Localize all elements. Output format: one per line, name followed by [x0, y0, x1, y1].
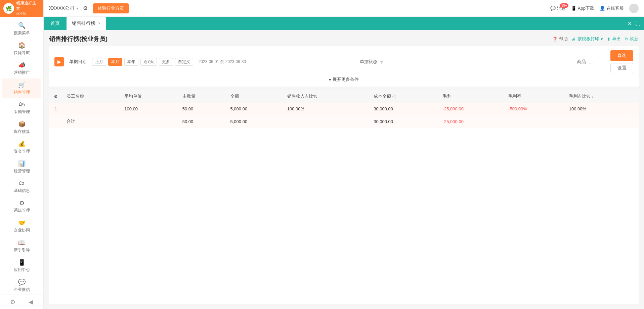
filter-row-2: ▾ 展开更多条件	[54, 76, 633, 83]
settings-footer-icon[interactable]: ⚙	[10, 298, 15, 306]
message-btn[interactable]: 💬 消息 99+	[550, 5, 566, 11]
tab-expand-icon[interactable]: ⛶	[635, 20, 641, 27]
cell-amount: 5,000.00	[226, 103, 283, 115]
date-btn-last-month[interactable]: 上月	[92, 58, 106, 66]
sidebar-item-label: 营销推广	[14, 70, 30, 75]
refresh-btn[interactable]: ↻ 刷新	[625, 36, 639, 42]
company-settings-icon[interactable]: ⚙	[83, 5, 88, 11]
footer-amount: 5,000.00	[226, 115, 283, 128]
page-title: 销售排行榜(按业务员)	[49, 35, 108, 43]
system-icon: ⚙	[19, 199, 25, 207]
footer-profit-rate	[504, 115, 565, 128]
tab-close-icon[interactable]: ×	[98, 21, 100, 26]
help-btn[interactable]: ❓ 帮助	[552, 36, 568, 42]
collapse-icon[interactable]: ◀	[29, 298, 33, 306]
expand-label: 展开更多条件	[333, 76, 359, 83]
sidebar-item-label: 经营管理	[14, 168, 30, 174]
col-amount: 全额	[226, 90, 283, 103]
logo-icon: 🌿	[3, 3, 14, 14]
online-service-btn[interactable]: 👤 在线客服	[600, 5, 624, 11]
sidebar-item-finance[interactable]: 💰 资金管理	[2, 138, 41, 157]
print-label: 按模板打印	[577, 36, 599, 42]
date-btn-this-year[interactable]: 本年	[124, 58, 138, 66]
col-settings[interactable]: ⚙	[49, 90, 62, 103]
set-button[interactable]: 设置	[610, 63, 633, 73]
sidebar-item-label: 资金管理	[14, 149, 30, 154]
col-qty: 主数量	[178, 90, 226, 103]
goods-filter-label: 商品	[577, 59, 586, 65]
table-footer-row: 合计 50.00 5,000.00 30,000.00 -25,000.00	[49, 115, 639, 128]
date-btn-group: 上月 本月 本年 近7天 更多 自定义	[92, 58, 193, 66]
filter-toggle-icon[interactable]: ▶	[54, 57, 64, 66]
app-download-btn[interactable]: 📱 App下载	[571, 5, 594, 11]
date-range-display: 2023-06-01 至 2023-06-30	[199, 59, 246, 65]
company-selector[interactable]: XXXXX公司 ▾	[49, 5, 78, 11]
tab-home[interactable]: 首页	[44, 17, 67, 30]
main-area: XXXXX公司 ▾ ⚙ 体验行业方案 💬 消息 99+ 📱 App下载 👤 在线…	[44, 0, 644, 309]
col-cost: 成本全额 ⓘ	[370, 90, 439, 103]
basic-icon: 🗂	[19, 180, 25, 187]
footer-cost: 30,000.00	[370, 115, 439, 128]
sidebar-item-system[interactable]: ⚙ 系统管理	[2, 197, 41, 216]
filter-row-1: ▶ 单据日期 上月 本月 本年 近7天 更多 自定义 2023-06-01 至 …	[54, 50, 633, 73]
status-filter: 单据状态 ▾	[360, 58, 463, 66]
sidebar-item-sales[interactable]: 🛒 销售管理	[2, 79, 41, 98]
status-select[interactable]: ▾	[380, 58, 383, 66]
col-profit-pct: 毛利占比% ↕	[565, 90, 639, 103]
service-label: 在线客服	[606, 5, 624, 11]
goods-more-icon[interactable]: ...	[589, 59, 593, 65]
sales-icon: 🛒	[18, 81, 26, 89]
sidebar-item-quick[interactable]: 🏠 快捷导航	[2, 39, 41, 58]
cell-cost: 30,000.00	[370, 103, 439, 115]
footer-profit-pct	[565, 115, 639, 128]
table-header-row: ⚙ 员工名称 平均单价 主数量 全额 销售收入占比% 成本全额 ⓘ 毛利 毛利率…	[49, 90, 639, 103]
cell-sales-pct: 100.00%	[283, 103, 370, 115]
sidebar-footer: ⚙ ◀	[0, 295, 43, 309]
tab-sales-ranking[interactable]: 销售排行榜 ×	[67, 17, 106, 30]
tab-home-label: 首页	[50, 20, 60, 27]
avatar[interactable]	[629, 4, 639, 13]
logo-sub: 标准版	[16, 11, 40, 16]
sidebar-item-label: 销售管理	[14, 90, 30, 95]
print-btn[interactable]: 🖨 按模板打印 ▾	[572, 36, 603, 42]
sidebar-item-stock[interactable]: 📦 库存核算	[2, 118, 41, 137]
stock-icon: 📦	[18, 120, 26, 128]
tab-close-window-icon[interactable]: ✕	[628, 20, 632, 27]
app-icon: 📱	[571, 6, 576, 11]
refresh-icon: ↻	[625, 37, 629, 42]
tabbar-right: ✕ ⛶	[628, 20, 644, 27]
footer-sales-pct	[283, 115, 370, 128]
sidebar-item-label: 基础信息	[14, 188, 30, 194]
topbar: XXXXX公司 ▾ ⚙ 体验行业方案 💬 消息 99+ 📱 App下载 👤 在线…	[44, 0, 644, 17]
query-button[interactable]: 查询	[610, 50, 633, 61]
topbar-right: 💬 消息 99+ 📱 App下载 👤 在线客服	[550, 4, 639, 13]
sidebar-item-guide[interactable]: 📖 新手引导	[2, 236, 41, 256]
footer-empty1	[49, 115, 62, 128]
date-btn-this-month[interactable]: 本月	[108, 58, 122, 66]
sidebar-item-operation[interactable]: 📊 经营管理	[2, 157, 41, 177]
footer-qty: 50.00	[178, 115, 226, 128]
tabbar: 首页 销售排行榜 × ✕ ⛶	[44, 17, 644, 30]
date-btn-more[interactable]: 更多	[159, 58, 173, 66]
sidebar-item-basic[interactable]: 🗂 基础信息	[2, 177, 41, 196]
export-icon: ⬆	[607, 37, 611, 42]
cell-rank: 1	[49, 103, 62, 115]
trial-button[interactable]: 体验行业方案	[93, 3, 129, 13]
sidebar-item-label: 快捷导航	[14, 50, 30, 56]
cell-name	[62, 103, 120, 115]
date-btn-custom[interactable]: 自定义	[175, 58, 193, 66]
sidebar-item-apps[interactable]: 📱 应用中心	[2, 256, 41, 275]
expand-conditions-btn[interactable]: ▾ 展开更多条件	[329, 76, 359, 83]
sidebar-item-wechat[interactable]: 💬 企业微信	[2, 276, 41, 295]
export-btn[interactable]: ⬆ 导出	[607, 36, 621, 42]
date-btn-7days[interactable]: 近7天	[140, 58, 157, 66]
sidebar-item-label: 新手引导	[14, 247, 30, 253]
chevron-down-icon: ▾	[380, 58, 383, 66]
sidebar-item-purchase[interactable]: 🛍 采购管理	[2, 98, 41, 117]
sidebar-item-search[interactable]: 🔍 搜索菜单	[2, 19, 41, 39]
col-profit: 毛利	[439, 90, 504, 103]
sidebar-item-marketing[interactable]: 📣 营销推广	[2, 59, 41, 78]
app-label: App下载	[578, 5, 594, 11]
sidebar-item-coop[interactable]: 🤝 企业协同	[2, 216, 41, 236]
status-filter-label: 单据状态	[360, 59, 377, 65]
